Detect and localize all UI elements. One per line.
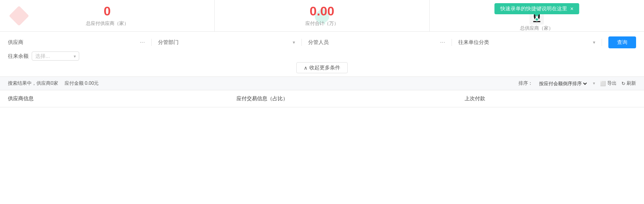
collapse-button[interactable]: ∧ 收起更多条件: [296, 62, 348, 73]
refresh-icon: ↻: [621, 81, 625, 86]
manager-input[interactable]: [332, 40, 438, 46]
manager-label: 分管人员: [308, 39, 329, 46]
filter-supplier: 供应商 ···: [8, 39, 152, 46]
payable-total-label: 应付合计（万）: [305, 20, 339, 27]
export-icon: ⬜: [600, 81, 606, 86]
summary-item-payable-total: 0.00 应付合计（万）: [215, 0, 429, 31]
table-header: 供应商信息 应付交易信息（占比） 上次付款: [0, 90, 644, 107]
search-button[interactable]: 查询: [608, 36, 636, 48]
result-actions: 排序： 按应付会额倒序排序 ▾ ⬜ 导出 ↻ 刷新: [518, 80, 636, 87]
filter-manager: 分管人员 ···: [302, 39, 452, 46]
export-button[interactable]: ⬜ 导出: [600, 80, 617, 87]
filter-row-2: 往来余额 选择... ▾: [8, 51, 636, 61]
diamond-logo-icon: 采: [8, 5, 30, 27]
sort-select[interactable]: 按应付会额倒序排序: [537, 80, 588, 87]
unit-category-input[interactable]: [492, 40, 591, 46]
shortcut-tooltip: 快速录单的快捷键说明在这里 ×: [495, 3, 579, 14]
result-bar: 搜索结果中，供应商0家 应付金额 0.00元 排序： 按应付会额倒序排序 ▾ ⬜…: [0, 77, 644, 90]
collapse-icon: ∧: [304, 65, 308, 71]
department-input[interactable]: [182, 40, 291, 46]
filter-bar: 供应商 ··· 分管部门 ▾ 分管人员 ··· 往来单位分类 ▾ 查询 往来余额: [0, 32, 644, 77]
total-payable-label: 总应付供应商（家）: [86, 20, 129, 27]
tooltip-text: 快速录单的快捷键说明在这里: [500, 5, 567, 12]
summary-item-total-suppliers: 快速录单的快捷键说明在这里 × 0 总供应商（家）: [430, 0, 644, 31]
supplier-count: 搜索结果中，供应商0家: [8, 80, 58, 87]
export-label: 导出: [607, 80, 617, 87]
filter-unit-category: 往来单位分类 ▾: [452, 39, 602, 46]
svg-text:采: 采: [16, 13, 22, 19]
collapse-label: 收起更多条件: [309, 64, 340, 71]
unit-category-label: 往来单位分类: [458, 39, 489, 46]
manager-dots[interactable]: ···: [440, 39, 445, 46]
refresh-button[interactable]: ↻ 刷新: [621, 80, 636, 87]
summary-item-total-payable: 采 0 总应付供应商（家）: [0, 0, 215, 31]
unit-category-arrow[interactable]: ▾: [593, 40, 595, 45]
payable-amount: 应付金额 0.00元: [65, 80, 99, 87]
total-payable-value: 0: [104, 4, 111, 18]
refresh-label: 刷新: [627, 80, 636, 87]
col-header-lastpay: 上次付款: [465, 95, 636, 102]
summary-bar: 采 0 总应付供应商（家） 0.00 应付合计（万） 快速录单的快捷键说明在这里…: [0, 0, 644, 32]
table-content: [0, 107, 644, 204]
tooltip-close-btn[interactable]: ×: [570, 6, 574, 11]
result-info: 搜索结果中，供应商0家 应付金额 0.00元: [8, 80, 99, 87]
supplier-dots[interactable]: ···: [140, 39, 145, 46]
filter-balance: 往来余额 选择... ▾: [8, 51, 86, 61]
tooltip-dot: [535, 17, 539, 21]
col-header-supplier: 供应商信息: [8, 95, 236, 102]
sort-label: 排序：: [518, 80, 533, 87]
payable-total-value: 0.00: [310, 4, 334, 18]
balance-select[interactable]: 选择...: [32, 51, 79, 61]
sort-arrow: ▾: [593, 81, 595, 86]
col-header-transaction: 应付交易信息（占比）: [236, 95, 465, 102]
supplier-input[interactable]: [27, 40, 138, 46]
department-arrow[interactable]: ▾: [293, 40, 295, 45]
filter-row-1: 供应商 ··· 分管部门 ▾ 分管人员 ··· 往来单位分类 ▾ 查询: [8, 36, 636, 48]
balance-select-wrapper: 选择... ▾: [32, 51, 79, 61]
balance-label: 往来余额: [8, 53, 29, 60]
supplier-label: 供应商: [8, 39, 23, 46]
department-label: 分管部门: [158, 39, 179, 46]
filter-department: 分管部门 ▾: [152, 39, 302, 46]
total-suppliers-label: 总供应商（家）: [520, 25, 553, 32]
